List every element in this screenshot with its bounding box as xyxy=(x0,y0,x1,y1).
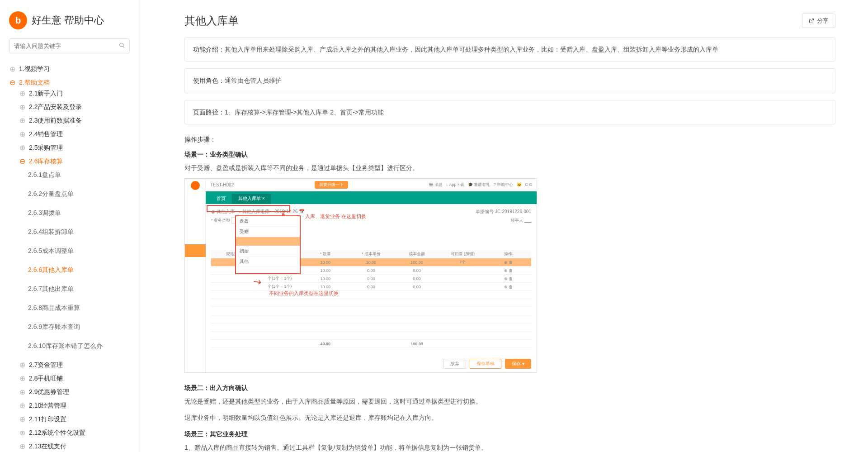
role-text: 通常由仓管人员维护 xyxy=(225,77,282,84)
path-text: 1、库存核算->库存管理->其他入库单 2、首页->常用功能 xyxy=(225,109,384,116)
brand-logo: b xyxy=(9,11,27,29)
scene1-title: 场景一：业务类型确认 xyxy=(184,151,835,159)
svg-point-0 xyxy=(120,43,123,47)
plus-icon: ⊕ xyxy=(9,66,15,72)
share-button[interactable]: 分享 xyxy=(802,14,835,28)
plus-icon: ⊕ xyxy=(19,90,25,97)
nav-leaf-2-6-4[interactable]: 2.6.4组装拆卸单 xyxy=(28,225,130,239)
nav-item-2-4[interactable]: ⊕2.4销售管理 xyxy=(19,130,130,138)
page-title: 其他入库单 xyxy=(184,14,239,28)
plus-icon: ⊕ xyxy=(19,145,25,151)
operation-steps-label: 操作步骤： xyxy=(184,136,835,144)
plus-icon: ⊕ xyxy=(19,131,25,138)
sidebar: b 好生意 帮助中心 ⊕1.视频学习 ⊖2.帮助文档 ⊕2.1新手入门 ⊕2.2… xyxy=(0,0,139,452)
scene2-title: 场景二：出入方向确认 xyxy=(184,384,835,392)
nav-item-2-6[interactable]: ⊖2.6库存核算 xyxy=(19,157,130,166)
search-icon[interactable] xyxy=(119,42,125,50)
search-box xyxy=(9,38,130,53)
nav-item-help-docs[interactable]: ⊖2.帮助文档 xyxy=(9,79,130,87)
nav-item-2-10[interactable]: ⊕2.10经营管理 xyxy=(19,402,130,410)
share-icon xyxy=(809,18,814,24)
nav-leaf-2-6-10[interactable]: 2.6.10库存账本错了怎么办 xyxy=(28,339,130,353)
nav-item-2-8[interactable]: ⊕2.8手机旺铺 xyxy=(19,375,130,383)
nav-leaf-2-6-7[interactable]: 2.6.7其他出库单 xyxy=(28,282,130,296)
nav-item-2-1[interactable]: ⊕2.1新手入门 xyxy=(19,90,130,98)
role-label: 使用角色： xyxy=(193,77,225,84)
nav-leaf-2-6-5[interactable]: 2.6.5成本调整单 xyxy=(28,244,130,258)
nav-item-2-7[interactable]: ⊕2.7资金管理 xyxy=(19,361,130,369)
nav-item-2-5[interactable]: ⊕2.5采购管理 xyxy=(19,144,130,152)
panel-path: 页面路径：1、库存核算->库存管理->其他入库单 2、首页->常用功能 xyxy=(184,100,835,124)
nav-item-2-9[interactable]: ⊕2.9优惠券管理 xyxy=(19,388,130,396)
nav-leaf-2-6-2[interactable]: 2.6.2分量盘点单 xyxy=(28,187,130,201)
nav-item-video[interactable]: ⊕1.视频学习 xyxy=(9,65,130,73)
scene1-para1: 对于受赠、盘盈或是拆装入库等不同的业务，是通过单据头【业务类型】进行区分。 xyxy=(184,162,835,174)
plus-icon: ⊕ xyxy=(19,430,25,436)
scene2-para1: 无论是受赠，还是其他类型的业务，由于入库商品质量等原因，需要退回，这时可通过单据… xyxy=(184,396,835,407)
brand-header: b 好生意 帮助中心 xyxy=(9,11,130,29)
nav-leaf-2-6-1[interactable]: 2.6.1盘点单 xyxy=(28,168,130,182)
nav-item-2-12[interactable]: ⊕2.12系统个性化设置 xyxy=(19,429,130,437)
main-content: 其他入库单 分享 功能介绍：其他入库单用来处理除采购入库、产成品入库之外的其他入… xyxy=(139,0,863,452)
intro-text: 其他入库单用来处理除采购入库、产成品入库之外的其他入库业务，因此其他入库单可处理… xyxy=(225,46,718,53)
panel-intro: 功能介绍：其他入库单用来处理除采购入库、产成品入库之外的其他入库业务，因此其他入… xyxy=(184,37,835,62)
plus-icon: ⊕ xyxy=(19,118,25,124)
screenshot-image: TEST-H002 我要升级一下 ☰ 消息 ↓ App下载 🎓 邀请有礼 ? 帮… xyxy=(184,178,537,373)
plus-icon: ⊕ xyxy=(19,362,25,368)
plus-icon: ⊕ xyxy=(19,104,25,110)
scene3-title: 场景三：其它业务处理 xyxy=(184,430,835,438)
nav-leaf-2-6-8[interactable]: 2.6.8商品成本重算 xyxy=(28,301,130,315)
brand-title: 好生意 帮助中心 xyxy=(32,14,104,27)
plus-icon: ⊕ xyxy=(19,376,25,382)
scene2-para2: 退库业务中，明细数量均以负值红色展示。无论是入库还是退库，库存账均记在入库方向。 xyxy=(184,412,835,423)
nav-item-2-11[interactable]: ⊕2.11打印设置 xyxy=(19,415,130,423)
nav-tree: ⊕1.视频学习 ⊖2.帮助文档 ⊕2.1新手入门 ⊕2.2产品安装及登录 ⊕2.… xyxy=(9,62,130,452)
plus-icon: ⊕ xyxy=(19,416,25,423)
plus-icon: ⊕ xyxy=(19,389,25,395)
minus-icon: ⊖ xyxy=(9,80,15,86)
plus-icon: ⊕ xyxy=(19,443,25,450)
nav-leaf-2-6-3[interactable]: 2.6.3调拨单 xyxy=(28,206,130,220)
nav-leaf-2-6-9[interactable]: 2.6.9库存账本查询 xyxy=(28,320,130,334)
intro-label: 功能介绍： xyxy=(193,46,225,53)
nav-leaf-2-6-6[interactable]: 2.6.6其他入库单 xyxy=(28,263,130,277)
path-label: 页面路径： xyxy=(193,109,225,116)
plus-icon: ⊕ xyxy=(19,403,25,409)
scene3-para1: 1、赠品入库的商品直接转为销售。通过工具栏【复制/复制为销货单】功能，将单据信息… xyxy=(184,442,835,452)
search-input[interactable] xyxy=(9,38,130,53)
minus-icon: ⊖ xyxy=(19,158,25,165)
nav-item-2-2[interactable]: ⊕2.2产品安装及登录 xyxy=(19,103,130,111)
nav-item-2-3[interactable]: ⊕2.3使用前数据准备 xyxy=(19,117,130,125)
panel-role: 使用角色：通常由仓管人员维护 xyxy=(184,68,835,93)
nav-item-2-13[interactable]: ⊕2.13在线支付 xyxy=(19,442,130,451)
svg-line-1 xyxy=(123,46,124,48)
